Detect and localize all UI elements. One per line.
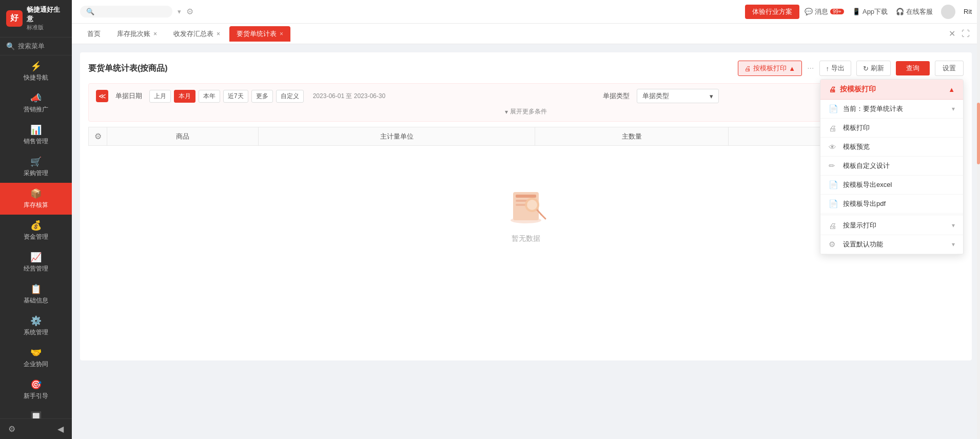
refresh-button[interactable]: ↻ 刷新 xyxy=(856,61,891,76)
filter-toggle-button[interactable]: ≪ xyxy=(96,90,108,102)
sidebar-logo: 好 畅捷通好生意 标准版 xyxy=(0,0,72,37)
type-filter-arrow: ▾ xyxy=(710,92,713,100)
type-filter-select[interactable]: 单据类型 ▾ xyxy=(637,89,719,103)
topbar-search[interactable]: 🔍 xyxy=(80,6,172,17)
dropdown-item-template-excel[interactable]: 📄 按模板导出excel xyxy=(820,176,963,195)
tab-order-stats[interactable]: 要货单统计表 × xyxy=(229,26,290,42)
inventory-icon: 📦 xyxy=(30,188,42,199)
query-button[interactable]: 查询 xyxy=(896,61,930,75)
tabbar-end-buttons: ✕ ⛶ xyxy=(947,28,972,40)
col-quantity: 主数量 xyxy=(535,127,728,146)
export-button[interactable]: ↑ 导出 xyxy=(819,61,852,76)
tab-order-stats-label: 要货单统计表 xyxy=(237,29,277,39)
date-range-display: 2023-06-01 至 2023-06-30 xyxy=(313,92,385,101)
dropdown-item-default-func[interactable]: ⚙ 设置默认功能 ▾ xyxy=(820,235,963,254)
tab-receivable-summary[interactable]: 收发存汇总表 × xyxy=(166,26,227,42)
tab-order-stats-close[interactable]: × xyxy=(280,30,283,37)
sidebar-item-quick-nav[interactable]: ⚡ 快捷导航 xyxy=(0,55,72,87)
table-column-settings-icon[interactable]: ⚙ xyxy=(94,132,102,141)
refresh-icon: ↻ xyxy=(863,65,869,72)
sidebar-item-finance[interactable]: 💰 资金管理 xyxy=(0,215,72,246)
template-print-button[interactable]: 🖨 按模板打印 ▲ xyxy=(738,61,802,76)
dropdown-item-display-print[interactable]: 🖨 按显示打印 ▾ xyxy=(820,216,963,235)
dropdown-item-template-preview[interactable]: 👁 模板预览 xyxy=(820,138,963,157)
more-options-icon[interactable]: ··· xyxy=(807,64,814,73)
sidebar-item-label: 销售管理 xyxy=(24,137,48,146)
right-scrollbar[interactable] xyxy=(977,0,980,439)
date-btn-last-month[interactable]: 上月 xyxy=(149,90,171,103)
date-btn-this-month[interactable]: 本月 xyxy=(174,90,195,103)
sidebar-item-marketing[interactable]: 📣 营销推广 xyxy=(0,87,72,119)
svg-line-8 xyxy=(541,215,545,219)
sidebar-item-basics[interactable]: 📋 基础信息 xyxy=(0,278,72,310)
sidebar-item-system[interactable]: ⚙️ 系统管理 xyxy=(0,310,72,342)
marketing-icon: 📣 xyxy=(30,92,42,104)
message-icon: 💬 xyxy=(805,8,813,15)
settings-button[interactable]: 设置 xyxy=(935,61,964,76)
topbar-dropdown-icon[interactable]: ▾ xyxy=(178,8,181,15)
settings-footer-icon[interactable]: ⚙ xyxy=(8,424,15,434)
topbar: 🔍 ▾ ⚙ 体验行业方案 💬 消息 99+ 📱 App下载 🎧 在线客服 Rit xyxy=(72,0,980,24)
dropdown-template-excel-label: 按模板导出excel xyxy=(843,180,955,189)
message-button[interactable]: 💬 消息 99+ xyxy=(805,7,844,16)
date-btn-custom[interactable]: 自定义 xyxy=(276,90,304,103)
sidebar-item-label: 采购管理 xyxy=(24,169,48,178)
app-edition: 标准版 xyxy=(27,24,66,31)
trial-button[interactable]: 体验行业方案 xyxy=(745,5,799,19)
tab-inventory-batch[interactable]: 库存批次账 × xyxy=(110,26,164,42)
maximize-button[interactable]: ⛶ xyxy=(959,28,972,40)
sidebar-search[interactable]: 🔍 搜索菜单 xyxy=(0,37,72,55)
tab-home[interactable]: 首页 xyxy=(80,26,108,42)
sidebar-item-apps[interactable]: 🔲 应用中心 xyxy=(0,406,72,418)
dropdown-item-template-custom[interactable]: ✏ 模板自定义设计 xyxy=(820,157,963,176)
tab-receivable-summary-close[interactable]: × xyxy=(217,30,220,37)
username-label: Rit xyxy=(964,8,972,15)
sidebar-search-label: 搜索菜单 xyxy=(18,42,45,51)
empty-text: 暂无数据 xyxy=(512,234,540,243)
sales-icon: 📊 xyxy=(30,124,42,136)
right-scrollbar-thumb[interactable] xyxy=(977,103,980,164)
dropdown-display-print-label: 按显示打印 xyxy=(843,221,947,230)
date-btn-7days[interactable]: 近7天 xyxy=(223,90,248,103)
sidebar-item-label: 经营管理 xyxy=(24,264,48,273)
tab-inventory-batch-close[interactable]: × xyxy=(153,30,157,37)
sidebar-item-label: 新手引导 xyxy=(24,392,48,400)
date-btn-this-year[interactable]: 本年 xyxy=(199,90,220,103)
filter-date-group: 上月 本月 本年 近7天 更多 自定义 xyxy=(149,90,304,103)
date-btn-more[interactable]: 更多 xyxy=(251,90,273,103)
message-badge: 99+ xyxy=(830,9,844,14)
sidebar-item-purchase[interactable]: 🛒 采购管理 xyxy=(0,151,72,183)
sidebar-item-inventory[interactable]: 📦 库存核算 xyxy=(0,183,72,215)
sidebar-nav: ⚡ 快捷导航 📣 营销推广 📊 销售管理 🛒 采购管理 📦 库存核算 💰 资金管… xyxy=(0,55,72,418)
collapse-footer-icon[interactable]: ◀ xyxy=(57,424,64,434)
dropdown-template-pdf-label: 按模板导出pdf xyxy=(843,199,955,208)
dropdown-current-icon: 📄 xyxy=(829,104,838,113)
online-service-button[interactable]: 🎧 在线客服 xyxy=(896,7,933,16)
dropdown-item-current[interactable]: 📄 当前：要货单统计表 ▾ xyxy=(820,100,963,119)
sidebar-item-label: 基础信息 xyxy=(24,296,48,305)
expand-label: 展开更多条件 xyxy=(510,107,547,116)
user-avatar[interactable] xyxy=(941,5,955,19)
dropdown-header: 🖨 按模板打印 ▲ xyxy=(820,80,963,100)
dropdown-item-template-pdf[interactable]: 📄 按模板导出pdf xyxy=(820,195,963,214)
refresh-label: 刷新 xyxy=(871,64,884,73)
topbar-gear-icon[interactable]: ⚙ xyxy=(186,7,193,16)
empty-illustration xyxy=(500,177,552,228)
message-label: 消息 xyxy=(815,7,828,16)
dropdown-collapse-arrow[interactable]: ▲ xyxy=(948,86,955,93)
template-print-arrow: ▲ xyxy=(789,65,795,72)
dropdown-template-custom-icon: ✏ xyxy=(829,161,838,170)
dropdown-template-custom-label: 模板自定义设计 xyxy=(843,161,955,170)
app-download-button[interactable]: 📱 App下载 xyxy=(852,7,888,16)
app-logo-icon: 好 xyxy=(6,10,23,27)
sidebar-item-label: 系统管理 xyxy=(24,328,48,337)
sidebar-item-sales[interactable]: 📊 销售管理 xyxy=(0,119,72,151)
dropdown-item-template-print[interactable]: 🖨 模板打印 xyxy=(820,119,963,138)
sidebar-item-guide[interactable]: 🎯 新手引导 xyxy=(0,374,72,406)
sidebar-item-cooperation[interactable]: 🤝 企业协同 xyxy=(0,342,72,374)
close-all-tabs-button[interactable]: ✕ xyxy=(947,28,957,40)
template-print-dropdown: 🖨 按模板打印 ▲ 📄 当前：要货单统计表 ▾ 🖨 模板打印 xyxy=(820,79,964,255)
sidebar-item-operations[interactable]: 📈 经营管理 xyxy=(0,246,72,278)
apps-icon: 🔲 xyxy=(30,411,42,418)
page-header: 要货单统计表(按商品) 🖨 按模板打印 ▲ ··· ↑ 导出 ↻ 刷新 xyxy=(88,61,964,76)
